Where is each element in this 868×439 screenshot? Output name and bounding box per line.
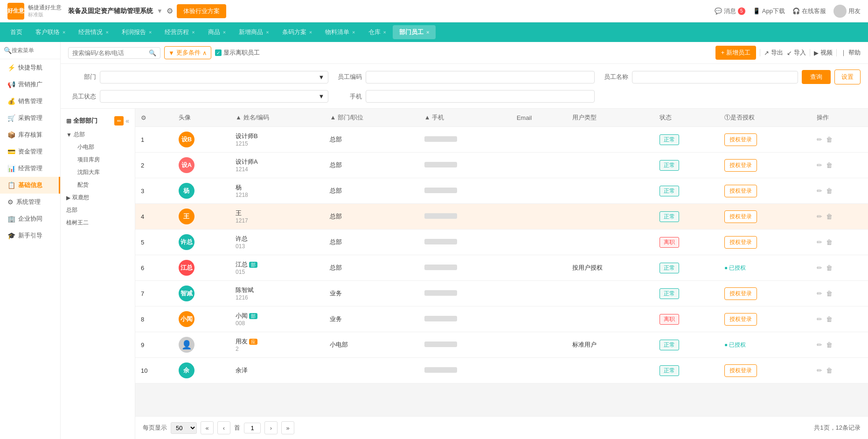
dept-node-shuanglu[interactable]: ▶ 双鹿想 (61, 191, 135, 204)
sidebar-item-corp[interactable]: 🏢企业协同 (0, 210, 60, 227)
delete-icon[interactable]: 🗑 (826, 367, 833, 374)
edit-icon[interactable]: ✏ (817, 161, 822, 169)
edit-icon[interactable]: ✏ (817, 264, 822, 272)
dept-node-xiangmukufang[interactable]: 项目库房 (66, 153, 135, 166)
edit-icon[interactable]: ✏ (817, 367, 822, 374)
auth-login-button[interactable]: 授权登录 (724, 236, 757, 249)
system-dropdown-arrow[interactable]: ▼ (157, 7, 163, 14)
first-page-button[interactable]: « (201, 421, 214, 434)
close-tab-icon[interactable]: × (105, 29, 108, 35)
delete-icon[interactable]: 🗑 (826, 264, 833, 272)
dept-node-zongbu[interactable]: ▼ 总部 (61, 128, 135, 141)
next-page-button[interactable]: › (264, 421, 278, 434)
auth-login-button[interactable]: 授权登录 (724, 287, 757, 300)
close-tab-icon[interactable]: × (149, 29, 152, 35)
phone-input[interactable] (366, 90, 594, 103)
nav-tab-经营历程[interactable]: 经营历程× (158, 25, 201, 39)
dept-select[interactable]: ▼ (100, 71, 328, 84)
app-download-button[interactable]: 📱 App下载 (753, 7, 785, 15)
delete-icon[interactable]: 🗑 (826, 315, 833, 323)
auth-login-button[interactable]: 授权登录 (724, 185, 757, 197)
close-tab-icon[interactable]: × (223, 29, 226, 35)
dept-node-peihuo[interactable]: 配货 (66, 179, 135, 191)
edit-icon[interactable]: ✏ (817, 315, 822, 323)
nav-tab-客户联络[interactable]: 客户联络× (29, 25, 72, 39)
settings-icon[interactable]: ⚙ (167, 7, 173, 15)
dept-edit-button[interactable]: ✏ (114, 116, 124, 125)
auth-login-button[interactable]: 授权登录 (724, 364, 757, 377)
auth-login-button[interactable]: 授权登录 (724, 159, 757, 172)
delete-icon[interactable]: 🗑 (826, 290, 833, 297)
message-button[interactable]: 💬 消息 5 (715, 7, 745, 15)
sidebar-item-finance[interactable]: 💳资金管理 (0, 143, 60, 160)
col-phone[interactable]: ▲ 手机 (419, 109, 511, 127)
nav-tab-商品[interactable]: 商品× (201, 25, 232, 39)
close-tab-icon[interactable]: × (352, 29, 355, 35)
per-page-select[interactable]: 50 20 100 (171, 422, 197, 434)
more-filter-button[interactable]: ▼ 更多条件 ∧ (164, 46, 211, 59)
trial-button[interactable]: 体验行业方案 (177, 4, 226, 18)
dept-node-zongbu2[interactable]: 总部 (61, 204, 135, 216)
dept-collapse-button[interactable]: « (125, 117, 129, 125)
nav-tab-首页[interactable]: 首页 (4, 25, 29, 39)
sidebar-item-purchase[interactable]: 🛒采购管理 (0, 110, 60, 126)
close-tab-icon[interactable]: × (266, 29, 269, 35)
nav-tab-仓库[interactable]: 仓库× (362, 25, 393, 39)
export-button[interactable]: ↗ 导出 (764, 49, 783, 57)
user-menu[interactable]: 用友 (833, 5, 861, 18)
delete-icon[interactable]: 🗑 (826, 238, 833, 246)
dept-node-xiaodianbu[interactable]: 小电部 (66, 141, 135, 153)
auth-login-button[interactable]: 授权登录 (724, 210, 757, 223)
nav-tab-经营情况[interactable]: 经营情况× (72, 25, 115, 39)
dept-node-zhishuwang[interactable]: 植树王二 (61, 216, 135, 229)
help-button[interactable]: ｜ 帮助 (840, 49, 861, 57)
sidebar-item-marketing[interactable]: 📢营销推广 (0, 76, 60, 93)
add-employee-button[interactable]: + 新增员工 (715, 46, 756, 60)
sidebar-item-inventory[interactable]: 📦库存核算 (0, 126, 60, 143)
sidebar-item-operation[interactable]: 📊经营管理 (0, 160, 60, 177)
search-input[interactable] (72, 49, 147, 56)
emp-name-input[interactable] (632, 71, 798, 84)
auth-login-button[interactable]: 授权登录 (724, 313, 757, 326)
view-button[interactable]: ▶ 视频 (814, 49, 833, 57)
nav-tab-利润报告[interactable]: 利润报告× (115, 25, 158, 39)
set-button[interactable]: 设置 (834, 70, 861, 84)
prev-page-button[interactable]: ‹ (217, 421, 230, 434)
nav-tab-条码方案[interactable]: 条码方案× (276, 25, 319, 39)
close-tab-icon[interactable]: × (426, 29, 429, 35)
edit-icon[interactable]: ✏ (817, 290, 822, 297)
close-tab-icon[interactable]: × (192, 29, 194, 35)
edit-icon[interactable]: ✏ (817, 341, 822, 348)
col-dept-pos[interactable]: ▲ 部门/职位 (324, 109, 418, 127)
edit-icon[interactable]: ✏ (817, 136, 822, 143)
close-tab-icon[interactable]: × (383, 29, 386, 35)
delete-icon[interactable]: 🗑 (826, 187, 833, 195)
sidebar-item-guide[interactable]: 🎓新手引导 (0, 227, 60, 244)
close-tab-icon[interactable]: × (309, 29, 312, 35)
sidebar-search-input[interactable] (12, 47, 61, 54)
sidebar-item-system[interactable]: ⚙系统管理 (0, 194, 60, 210)
online-service-button[interactable]: 🎧 在线客服 (792, 7, 826, 15)
col-settings[interactable]: ⚙ (135, 109, 173, 127)
edit-icon[interactable]: ✏ (817, 213, 822, 220)
query-button[interactable]: 查询 (802, 70, 831, 84)
col-name-code[interactable]: ▲ 姓名/编码 (230, 109, 324, 127)
sidebar-item-shortcut[interactable]: ⚡快捷导航 (0, 59, 60, 76)
auth-login-button[interactable]: 授权登录 (724, 133, 757, 146)
nav-tab-物料清单[interactable]: 物料清单× (319, 25, 361, 39)
nav-tab-部门员工[interactable]: 部门员工× (393, 25, 436, 39)
emp-status-select[interactable]: ▼ (100, 90, 328, 103)
nav-tab-新增商品[interactable]: 新增商品× (232, 25, 275, 39)
sidebar-item-basic[interactable]: 📋基础信息 (0, 177, 60, 194)
delete-icon[interactable]: 🗑 (826, 213, 833, 220)
edit-icon[interactable]: ✏ (817, 187, 822, 195)
delete-icon[interactable]: 🗑 (826, 341, 833, 348)
page-number-input[interactable] (244, 423, 261, 433)
import-button[interactable]: ↙ 导入 (787, 49, 806, 57)
close-tab-icon[interactable]: × (62, 29, 65, 35)
edit-icon[interactable]: ✏ (817, 238, 822, 246)
delete-icon[interactable]: 🗑 (826, 136, 833, 143)
delete-icon[interactable]: 🗑 (826, 161, 833, 169)
last-page-button[interactable]: » (281, 421, 294, 434)
dept-node-shenyangdaku[interactable]: 沈阳大库 (66, 166, 135, 179)
